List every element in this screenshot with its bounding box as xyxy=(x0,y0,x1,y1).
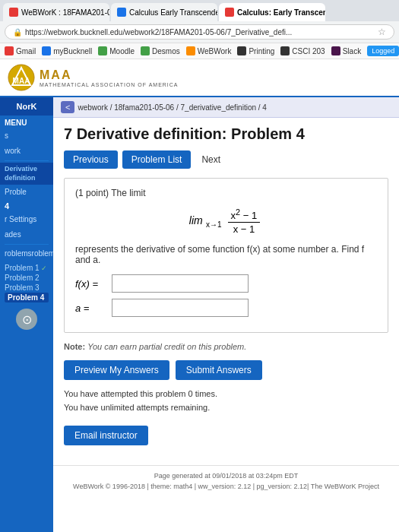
bookmark-gmail[interactable]: Gmail xyxy=(5,46,36,55)
slack-icon xyxy=(331,46,340,55)
breadcrumb-back-button[interactable]: < xyxy=(61,101,74,113)
maa-logo-img: MAA xyxy=(8,64,35,91)
problem-description: represents the derivative of some functi… xyxy=(75,244,377,265)
bookmark-printing[interactable]: Printing xyxy=(237,46,274,55)
sidebar-item-derivative[interactable]: Derivative definition xyxy=(0,163,53,185)
problem-number: 4 xyxy=(0,200,53,212)
sidebar-item-work[interactable]: work xyxy=(0,144,53,159)
a-label: a = xyxy=(75,302,106,314)
checkmark-1: ✓ xyxy=(41,264,47,272)
preview-button[interactable]: Preview My Answers xyxy=(64,360,169,380)
problem-intro: (1 point) The limit xyxy=(75,188,377,198)
main-layout: NorK MENU s work Derivative definition P… xyxy=(0,97,399,532)
fx-label: f(x) = xyxy=(75,278,106,290)
csci-icon xyxy=(280,46,290,55)
webwork-icon xyxy=(186,46,195,55)
fraction: x2 − 1 x − 1 xyxy=(228,207,261,235)
bookmark-slack[interactable]: Slack xyxy=(331,46,361,55)
maa-logo: MAA MAA MATHEMATICAL ASSOCIATION OF AMER… xyxy=(8,64,179,91)
problem-list-button[interactable]: Problem List xyxy=(122,150,192,169)
printing-icon xyxy=(237,46,246,55)
sidebar-problem-4[interactable]: Problem 4 xyxy=(5,293,49,302)
page-body: 7 Derivative definition: Problem 4 Previ… xyxy=(53,118,399,465)
note-text: Note: You can earn partial credit on thi… xyxy=(64,342,388,351)
sidebar-menu-label: MENU xyxy=(0,116,53,128)
mybucknell-icon xyxy=(42,46,51,55)
fx-input[interactable] xyxy=(112,274,249,293)
bookmark-mybucknell[interactable]: myBucknell xyxy=(42,46,92,55)
browser-tab-2[interactable]: Calculus Early Transcende... xyxy=(111,3,217,21)
sidebar-problem-2[interactable]: Problem 2 xyxy=(5,273,49,283)
attempt-text: You have attempted this problem 0 times.… xyxy=(64,388,388,414)
sidebar-item-proble: Proble xyxy=(0,185,53,200)
star-icon: ☆ xyxy=(378,27,386,37)
nav-buttons: Previous Problem List Next xyxy=(64,150,388,169)
svg-text:MAA: MAA xyxy=(13,77,30,85)
math-limit: lim x→1 x2 − 1 x − 1 xyxy=(75,207,377,235)
bookmark-webwork[interactable]: WeBWork xyxy=(186,46,232,55)
breadcrumb: < webwork / 18fama201-05-06 / 7_derivati… xyxy=(53,97,399,118)
previous-button[interactable]: Previous xyxy=(64,150,118,169)
browser-tab-1[interactable]: WeBWorK : 18FAMA201-0... xyxy=(3,3,109,21)
bookmark-moodle[interactable]: Moodle xyxy=(98,46,135,55)
gmail-icon xyxy=(5,46,14,55)
a-row: a = xyxy=(75,299,377,317)
page-title: 7 Derivative definition: Problem 4 xyxy=(64,125,388,143)
sidebar-problems-header: roblemsroblems xyxy=(0,246,53,261)
sidebar-problem-3[interactable]: Problem 3 xyxy=(5,283,49,293)
footer: Page generated at 09/01/2018 at 03:24pm … xyxy=(53,465,399,500)
submit-button[interactable]: Submit Answers xyxy=(176,360,262,380)
main-content: < webwork / 18fama201-05-06 / 7_derivati… xyxy=(53,97,399,532)
address-bar-row: 🔒 https://webwork.bucknell.edu/webwork2/… xyxy=(0,21,399,43)
a-input[interactable] xyxy=(112,299,249,317)
bookmarks-bar: Gmail myBucknell Moodle Desmos WeBWork P… xyxy=(0,43,399,59)
sidebar-item-grades[interactable]: ades xyxy=(0,227,53,242)
maa-text: MAA MATHEMATICAL ASSOCIATION OF AMERICA xyxy=(40,68,179,87)
sidebar-problems: Problem 1 ✓ Problem 2 Problem 3 Problem … xyxy=(0,261,53,304)
fx-row: f(x) = xyxy=(75,274,377,293)
browser-tabs: WeBWorK : 18FAMA201-0... Calculus Early … xyxy=(0,0,399,21)
sidebar-item-settings[interactable]: r Settings xyxy=(0,212,53,227)
moodle-icon xyxy=(98,46,107,55)
address-bar[interactable]: 🔒 https://webwork.bucknell.edu/webwork2/… xyxy=(5,24,394,40)
sidebar: NorK MENU s work Derivative definition P… xyxy=(0,97,53,532)
sidebar-problem-1[interactable]: Problem 1 ✓ xyxy=(5,263,49,273)
action-buttons: Preview My Answers Submit Answers xyxy=(64,360,388,380)
sidebar-item-s[interactable]: s xyxy=(0,128,53,144)
bookmark-desmos[interactable]: Desmos xyxy=(141,46,180,55)
sidebar-header: NorK xyxy=(0,97,53,116)
app-header: MAA MAA MATHEMATICAL ASSOCIATION OF AMER… xyxy=(0,59,399,97)
logged-in-badge: Logged xyxy=(367,46,399,56)
desmos-icon xyxy=(141,46,150,55)
user-icon: ⊙ xyxy=(22,312,32,327)
bookmark-csci[interactable]: CSCI 203 xyxy=(280,46,325,55)
problem-box: (1 point) The limit lim x→1 x2 − 1 x − 1… xyxy=(64,178,388,333)
lock-icon: 🔒 xyxy=(13,28,22,36)
browser-tab-3[interactable]: Calculus: Early Transcend... xyxy=(219,3,325,21)
email-instructor-button[interactable]: Email instructor xyxy=(64,426,148,445)
next-button[interactable]: Next xyxy=(195,150,226,169)
